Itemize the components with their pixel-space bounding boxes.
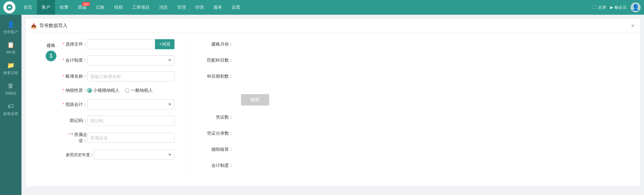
nav-billing[interactable]: 收费: [55, 0, 73, 15]
sidebar-label-declare: 0申报: [6, 50, 15, 55]
browse-button[interactable]: +浏览: [155, 39, 175, 49]
sidebar-label-tags: 标签设置: [3, 111, 18, 116]
top-navigation: 首页 客户 收费 票据 new 记账 报税 工商项目 消息 管理 经营 服务 设…: [0, 0, 644, 15]
right-accounting-system-value: [233, 160, 304, 171]
trash-icon: 🗑: [7, 82, 14, 89]
sidebar-item-migrate[interactable]: 📁 账套迁移: [0, 58, 21, 79]
aux-accounting-value: [233, 144, 304, 154]
step-label: 建账: [47, 43, 55, 49]
ledger-name-row: 账簿名称：: [60, 71, 175, 81]
nav-customer[interactable]: 客户: [37, 0, 55, 15]
match-subjects-value: [233, 55, 304, 65]
avatar[interactable]: 👤: [631, 2, 641, 12]
tax-small-scale-label: 小规模纳税人: [93, 87, 119, 93]
form-container: 建账 1 选择文件： +浏览: [26, 32, 640, 183]
aux-accounting-label: 辅助核算：: [203, 146, 233, 152]
vip-icon: ▶: [610, 5, 613, 10]
left-form: 选择文件： +浏览 会计制度：: [60, 39, 175, 166]
nav-management[interactable]: 管理: [172, 0, 191, 15]
build-month-label: 建账月份：: [203, 41, 233, 47]
tax-nature-radio-group: 小规模纳税人 一般纳税人: [87, 87, 153, 93]
sidebar-label-trash: 回收站: [5, 91, 16, 96]
match-subjects-row: 匹配科目数：: [203, 55, 304, 65]
nav-invoice[interactable]: 票据 new: [73, 0, 91, 15]
company-input[interactable]: [87, 133, 175, 143]
voucher-entries-value: [233, 128, 304, 138]
logo: [3, 1, 15, 13]
accountant-select[interactable]: [87, 100, 175, 110]
import-panel: 📥 导爷数据导入 × 建账 1 选择文件：: [26, 19, 640, 186]
voucher-count-value: [233, 112, 304, 122]
voucher-entries-label: 凭证分录数：: [203, 130, 233, 136]
file-select-row: 选择文件： +浏览: [60, 39, 175, 49]
sidebar-item-tags[interactable]: 🏷 标签设置: [0, 99, 21, 120]
sidebar-item-declare[interactable]: 📋 0申报: [0, 38, 21, 58]
tax-small-scale[interactable]: 小规模纳税人: [87, 87, 119, 93]
step-row: 建账 1 选择文件： +浏览: [46, 39, 169, 177]
fullscreen-button[interactable]: ⛶ 全屏: [593, 5, 606, 10]
history-year-label: 参照历史年度：: [60, 152, 94, 158]
nav-menu: 首页 客户 收费 票据 new 记账 报税 工商项目 消息 管理 经营 服务 设…: [19, 0, 593, 15]
file-text-input[interactable]: [87, 39, 155, 49]
voucher-count-row: 凭证数：: [203, 112, 304, 122]
build-btn-container: 建账: [203, 87, 304, 106]
memo-input[interactable]: [87, 116, 175, 126]
vip-button[interactable]: ▶ 畅会员: [610, 5, 627, 10]
avatar-icon: 👤: [632, 4, 639, 11]
sidebar-item-trash[interactable]: 🗑 回收站: [0, 79, 21, 99]
history-year-row: 参照历史年度：: [60, 150, 175, 160]
accounting-system-row: 会计制度：: [60, 55, 175, 65]
accountant-row: 指派会计：: [60, 100, 175, 110]
close-button[interactable]: ×: [631, 23, 635, 29]
subject-initial-value: [233, 71, 304, 81]
form-divider: [186, 39, 186, 177]
company-label: * 所属企业：: [60, 132, 87, 144]
build-month-row: 建账月份：: [203, 39, 304, 49]
voucher-entries-row: 凭证分录数：: [203, 128, 304, 138]
nav-business[interactable]: 工商项目: [128, 0, 154, 15]
tax-general-label: 一般纳税人: [131, 87, 153, 93]
file-input-group: +浏览: [87, 39, 175, 49]
ledger-name-input[interactable]: [87, 71, 175, 81]
radio-small-scale-dot: [87, 88, 92, 93]
file-label: 选择文件：: [60, 41, 87, 47]
memo-label: 助记码：: [60, 118, 87, 124]
nav-message[interactable]: 消息: [154, 0, 172, 15]
sidebar-label-all-customers: 全部客户: [3, 29, 18, 35]
nav-home[interactable]: 首页: [19, 0, 37, 15]
history-year-select[interactable]: [94, 150, 175, 160]
accounting-system-select[interactable]: [87, 55, 175, 65]
radio-general-dot: [125, 88, 130, 93]
accountant-label: 指派会计：: [60, 102, 87, 108]
panel-header: 📥 导爷数据导入 ×: [26, 19, 640, 32]
right-accounting-system-row: 会计制度：: [203, 160, 304, 171]
memo-row: 助记码：: [60, 116, 175, 126]
fullscreen-icon: ⛶: [593, 5, 597, 10]
tags-icon: 🏷: [7, 103, 14, 110]
tax-nature-row: 纳税性质： 小规模纳税人 一般纳税人: [60, 87, 175, 93]
voucher-count-label: 凭证数：: [203, 114, 233, 120]
nav-right-area: ⛶ 全屏 ▶ 畅会员 👤: [593, 2, 641, 12]
nav-operations[interactable]: 经营: [191, 0, 209, 15]
tax-general[interactable]: 一般纳税人: [125, 87, 153, 93]
sidebar: 👤 全部客户 📋 0申报 📁 账套迁移 🗑 回收站 🏷 标签设置: [0, 15, 21, 195]
company-row: * 所属企业：: [60, 132, 175, 144]
new-badge: new: [82, 2, 90, 6]
import-icon: 📥: [31, 23, 37, 28]
nav-settings[interactable]: 设置: [227, 0, 245, 15]
declare-icon: 📋: [7, 41, 14, 49]
subject-initial-row: 科目期初数：: [203, 71, 304, 81]
nav-service[interactable]: 服务: [209, 0, 227, 15]
nav-bookkeeping[interactable]: 记账: [91, 0, 109, 15]
content-area: 📥 导爷数据导入 × 建账 1 选择文件：: [21, 15, 644, 195]
tax-nature-label: 纳税性质：: [60, 87, 87, 93]
accounting-system-label: 会计制度：: [60, 57, 87, 63]
build-account-button[interactable]: 建账: [241, 94, 269, 106]
sidebar-item-all-customers[interactable]: 👤 全部客户: [0, 17, 21, 38]
nav-tax[interactable]: 报税: [109, 0, 128, 15]
sidebar-label-migrate: 账套迁移: [3, 70, 18, 75]
migrate-icon: 📁: [7, 62, 14, 69]
aux-accounting-row: 辅助核算：: [203, 144, 304, 154]
build-month-value: [233, 39, 304, 49]
right-form: 建账月份： 匹配科目数： 科目期初数： 建账: [203, 39, 304, 177]
